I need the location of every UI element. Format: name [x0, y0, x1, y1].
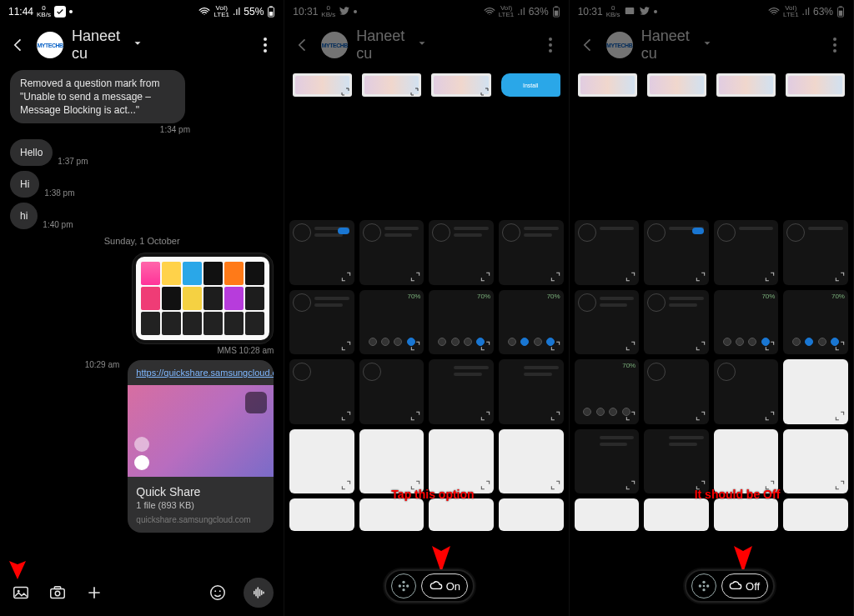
contact-name[interactable]: Haneet cu	[72, 28, 120, 63]
svg-point-20	[403, 585, 405, 588]
gallery-thumbnail[interactable]	[575, 429, 640, 494]
gallery-thumbnail[interactable]	[644, 220, 709, 285]
recent-strip	[570, 67, 853, 100]
expand-contact-icon[interactable]	[416, 38, 428, 53]
gallery-thumbnail[interactable]: 70%	[714, 290, 779, 355]
gallery-thumbnail[interactable]	[783, 220, 848, 285]
gallery-thumbnail[interactable]	[499, 498, 564, 531]
gallery-thumbnail[interactable]	[783, 359, 848, 424]
mms-attachment[interactable]	[132, 253, 274, 344]
gallery-thumbnail[interactable]	[714, 429, 779, 494]
gallery-thumbnail[interactable]: 70%	[429, 290, 494, 355]
add-button[interactable]	[83, 582, 105, 603]
gallery-thumbnail[interactable]	[359, 498, 424, 531]
gallery-thumbnail[interactable]	[644, 359, 709, 424]
svg-point-5	[264, 49, 267, 53]
svg-point-32	[702, 585, 705, 588]
link-preview-image	[128, 385, 274, 477]
annotation-text: Tap this option	[391, 488, 474, 501]
gallery-thumbnail[interactable]	[499, 429, 564, 494]
gallery-thumbnail[interactable]	[714, 359, 779, 424]
expand-icon	[625, 340, 636, 352]
gallery-thumbnail[interactable]: 70%	[783, 290, 848, 355]
gallery-settings-icon[interactable]	[691, 573, 716, 598]
strip-thumb[interactable]	[431, 73, 490, 97]
status-lte: VoI)LTE1	[783, 5, 799, 18]
gallery-thumbnail[interactable]	[644, 290, 709, 355]
contact-name[interactable]: Haneet cu	[641, 28, 690, 63]
gallery-thumbnail[interactable]	[289, 290, 354, 355]
gallery-thumbnail[interactable]	[289, 359, 354, 424]
more-button[interactable]	[540, 35, 560, 55]
camera-button[interactable]	[47, 582, 68, 603]
back-button[interactable]	[293, 35, 313, 55]
avatar[interactable]: MYTECHB	[321, 32, 348, 58]
gallery-thumbnail[interactable]	[359, 220, 424, 285]
expand-icon	[480, 85, 490, 95]
strip-thumb[interactable]	[293, 73, 352, 97]
gallery-thumbnail[interactable]	[429, 359, 494, 424]
voice-button[interactable]	[244, 578, 274, 608]
cloud-sync-pill[interactable]: On	[384, 569, 475, 603]
message-incoming[interactable]: Hello	[10, 139, 53, 166]
back-button[interactable]	[8, 35, 28, 55]
contact-name[interactable]: Haneet cu	[356, 28, 404, 63]
message-incoming[interactable]: Removed a question mark from "Unable to …	[10, 70, 185, 123]
expand-icon	[480, 410, 491, 422]
gallery-button[interactable]	[10, 582, 32, 603]
cloud-toggle-on[interactable]: On	[421, 573, 468, 598]
avatar[interactable]: MYTECHB	[606, 32, 633, 58]
gallery-thumbnail[interactable]	[289, 498, 354, 531]
gallery-thumbnail[interactable]	[499, 359, 564, 424]
gallery-thumbnail[interactable]	[644, 498, 709, 531]
gallery-thumbnail[interactable]	[429, 429, 494, 494]
gallery-thumbnail[interactable]	[644, 429, 709, 494]
gallery-thumbnail[interactable]	[783, 498, 848, 531]
gallery-thumbnail[interactable]	[575, 220, 640, 285]
gallery-thumbnail[interactable]	[289, 429, 354, 494]
expand-icon	[409, 271, 421, 283]
strip-thumb[interactable]	[578, 73, 637, 97]
svg-point-3	[264, 38, 267, 41]
link-preview-card[interactable]: https://quickshare.samsungcloud.com/dkQ5…	[128, 360, 274, 533]
status-dot-icon	[654, 10, 657, 13]
gallery-thumbnail[interactable]	[575, 290, 640, 355]
cloud-toggle-off[interactable]: Off	[721, 573, 768, 598]
gallery-thumbnail[interactable]	[289, 220, 354, 285]
back-button[interactable]	[578, 35, 598, 55]
expand-contact-icon[interactable]	[701, 38, 713, 53]
gallery-thumbnail[interactable]	[359, 429, 424, 494]
strip-thumb[interactable]	[647, 73, 706, 97]
strip-thumb[interactable]	[362, 73, 421, 97]
gallery-thumbnail[interactable]	[429, 220, 494, 285]
gallery-thumbnail[interactable]: 70%	[359, 290, 424, 355]
more-button[interactable]	[825, 35, 845, 55]
gallery-settings-icon[interactable]	[391, 573, 416, 598]
compose-bar	[0, 569, 284, 616]
expand-icon	[480, 340, 491, 352]
gallery-thumbnail[interactable]	[575, 498, 640, 531]
message-incoming[interactable]: hi	[10, 203, 38, 229]
gallery-thumbnail[interactable]	[499, 220, 564, 285]
strip-thumb[interactable]	[786, 73, 845, 97]
gallery-thumbnail[interactable]	[359, 359, 424, 424]
gallery-thumbnail[interactable]	[714, 220, 779, 285]
expand-icon	[340, 340, 352, 352]
gallery-thumbnail[interactable]: 70%	[575, 359, 640, 424]
strip-thumb[interactable]	[716, 73, 776, 97]
strip-install-button[interactable]: Install	[501, 73, 560, 97]
gallery-thumbnail[interactable]	[783, 429, 848, 494]
svg-rect-16	[554, 11, 557, 16]
message-incoming[interactable]: Hi	[10, 171, 39, 198]
status-time: 11:44	[8, 6, 33, 18]
avatar[interactable]: MYTECHB	[37, 32, 63, 58]
gallery-thumbnail[interactable]: 70%	[499, 290, 564, 355]
svg-point-13	[219, 590, 221, 592]
expand-contact-icon[interactable]	[132, 38, 143, 53]
signal-icon: .ıl	[517, 6, 525, 18]
screen-gallery-off: 10:31 0KB/s VoI)LTE1 .ıl 63% MYTECHB Han…	[570, 0, 854, 616]
more-button[interactable]	[255, 35, 275, 55]
cloud-sync-pill[interactable]: Off	[685, 569, 775, 603]
expand-icon	[409, 340, 421, 352]
emoji-button[interactable]	[207, 582, 229, 603]
